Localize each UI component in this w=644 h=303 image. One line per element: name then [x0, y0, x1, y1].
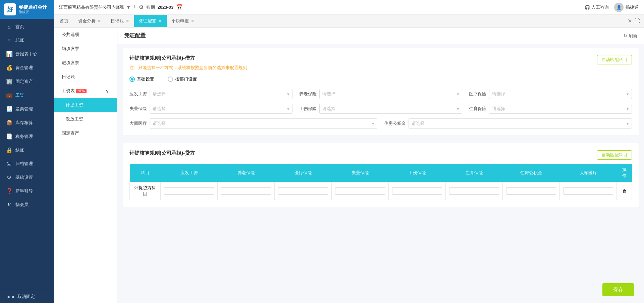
tab-home[interactable]: 首页	[55, 15, 73, 27]
calendar-icon[interactable]: 📅	[176, 4, 183, 10]
input-daemei[interactable]	[563, 187, 613, 195]
company-name[interactable]: 江西服宝精品有限责任公司内账张	[59, 4, 124, 10]
shengyu-label: 生育保险	[469, 106, 486, 112]
invoice-icon: 🧾	[6, 106, 12, 112]
guide-icon: ❓	[6, 188, 12, 194]
sidebar-footer-unpin[interactable]: ◄◄ 取消固定	[0, 290, 54, 303]
credit-section-title: 计提核算规则(公司承担)-贷方	[129, 150, 195, 156]
sidebar-item-closing[interactable]: 🔒 结账	[0, 143, 54, 157]
cell-daemei	[560, 182, 617, 200]
delete-icon[interactable]: 🗑	[622, 189, 627, 194]
logo-title: 畅捷通好会计	[19, 4, 47, 10]
sidebar-item-member[interactable]: V 畅会员	[0, 198, 54, 211]
col-daemei: 大额医疗	[560, 164, 617, 182]
yiliao-select[interactable]: 请选择 ▾	[489, 89, 632, 99]
logo-text-group: 畅捷通好会计 旗舰版	[19, 4, 47, 15]
tab-home-label: 首页	[60, 18, 68, 24]
gear-icon[interactable]: ⚙	[139, 4, 144, 10]
tab-tax-label: 个税申报	[171, 18, 189, 24]
col-shiye: 失业保险	[332, 164, 389, 182]
radio-group: 基础设置 按部门设置	[129, 76, 632, 82]
shiye-select[interactable]: 请选择 ▾	[150, 104, 292, 114]
menu-purchase[interactable]: 进项发票	[54, 56, 117, 70]
sidebar-item-tax[interactable]: 📑 税务管理	[0, 130, 54, 143]
cell-action: 🗑	[617, 182, 632, 200]
daemei-placeholder: 请选择	[153, 120, 166, 127]
company-dropdown-icon[interactable]: ▾	[127, 4, 130, 10]
tab-tax[interactable]: 个税申报 ✕	[167, 15, 199, 27]
radio-dept-label: 按部门设置	[175, 76, 197, 82]
tab-funds-close[interactable]: ✕	[98, 19, 101, 23]
gongshang-select[interactable]: 请选择 ▾	[319, 104, 462, 114]
menu-fixed-assets[interactable]: 固定资产	[54, 126, 117, 140]
cell-gongshang	[389, 182, 446, 200]
sidebar-item-ledger[interactable]: ≡ 总账	[0, 34, 54, 47]
debit-section: 自动匹配科目 计提核算规则(公司承担)-借方 注：只能选择一种方式，系统将按照您…	[123, 48, 639, 135]
sidebar-item-invoice[interactable]: 🧾 发票管理	[0, 102, 54, 116]
menu-public[interactable]: 公共选项	[54, 28, 117, 42]
username-label: 畅捷通	[626, 4, 639, 10]
debit-auto-match-button[interactable]: 自动匹配科目	[597, 55, 632, 64]
sidebar-item-guide[interactable]: ❓ 新手引导	[0, 184, 54, 198]
topbar: 江西服宝精品有限责任公司内账张 ▾ + ⚙ 账期 2023-03 📅 🎧 人工咨…	[54, 0, 644, 15]
shengyu-select[interactable]: 请选择 ▾	[489, 104, 632, 114]
input-yingfa[interactable]	[164, 187, 214, 195]
sidebar-item-settings[interactable]: ⚙ 基础设置	[0, 170, 54, 184]
menu-provision[interactable]: 计提工资	[54, 98, 117, 112]
save-button[interactable]: 保存	[602, 283, 634, 296]
menu-pay[interactable]: 发放工资	[54, 112, 117, 126]
radio-basic-dot	[129, 77, 135, 82]
sidebar-item-funds[interactable]: 💰 资金管理	[0, 61, 54, 74]
inventory-icon: 📦	[6, 119, 12, 126]
form-item-zhufang: 住房公积金 请选择 ▾	[384, 118, 632, 129]
user-info[interactable]: 👤 畅捷通	[614, 3, 639, 12]
row-label: 计提贷方科目	[130, 182, 161, 200]
yingfa-placeholder: 请选择	[153, 91, 166, 97]
tab-funds[interactable]: 资金分析 ✕	[73, 15, 106, 27]
sidebar-item-inventory[interactable]: 📦 库存核算	[0, 116, 54, 130]
menu-sales[interactable]: 销项发票	[54, 42, 117, 56]
assets-icon: 🏢	[6, 78, 12, 85]
radio-dept[interactable]: 按部门设置	[168, 76, 197, 82]
tab-voucher-close[interactable]: ✕	[158, 19, 162, 23]
cell-shiye	[332, 182, 389, 200]
input-yiliao[interactable]	[278, 187, 328, 195]
tab-voucher[interactable]: 凭证配置 ✕	[134, 15, 167, 27]
arrow-left-icon: ◄◄	[6, 294, 15, 299]
input-shengyu[interactable]	[449, 187, 499, 195]
zhufang-select[interactable]: 请选择 ▾	[409, 118, 632, 129]
radio-basic[interactable]: 基础设置	[129, 76, 154, 82]
service-button[interactable]: 🎧 人工咨询	[585, 4, 609, 10]
topbar-left: 江西服宝精品有限责任公司内账张 ▾ + ⚙ 账期 2023-03 📅	[59, 4, 183, 11]
reports-icon: 📊	[6, 51, 12, 57]
sidebar-item-salary[interactable]: 💼 工资	[0, 88, 54, 102]
yiliao-placeholder: 请选择	[492, 91, 505, 97]
cell-yiliao	[275, 182, 332, 200]
yanglao-select[interactable]: 请选择 ▾	[319, 89, 462, 99]
daemei-select[interactable]: 请选择 ▾	[150, 118, 377, 129]
radio-dept-dot	[168, 77, 173, 82]
expand-icon[interactable]: ⛶	[635, 18, 640, 24]
close-all-icon[interactable]: ✕	[628, 18, 632, 24]
sidebar-item-assets[interactable]: 🏢 固定资产	[0, 74, 54, 88]
logo-icon: 好	[4, 3, 16, 15]
sidebar-item-archive[interactable]: 🗂 归档管理	[0, 157, 54, 170]
menu-journal[interactable]: 日记账	[54, 70, 117, 84]
input-yanglao[interactable]	[221, 187, 271, 195]
credit-auto-match-button[interactable]: 自动匹配科目	[597, 150, 632, 160]
tabs-right-actions: ✕ ⛶	[628, 18, 643, 24]
yanglao-label: 养老保险	[299, 91, 317, 97]
yingfa-select[interactable]: 请选择 ▾	[150, 89, 292, 99]
sidebar-item-label: 总账	[15, 37, 24, 43]
add-icon[interactable]: +	[132, 4, 136, 11]
input-zhufang[interactable]	[506, 187, 556, 195]
tab-tax-close[interactable]: ✕	[191, 19, 194, 23]
sidebar-item-home[interactable]: ⌂ 首页	[0, 20, 54, 34]
menu-salary-table[interactable]: 工资表NEW ∨	[54, 84, 117, 98]
tab-journal[interactable]: 日记账 ✕	[106, 15, 134, 27]
input-shiye[interactable]	[335, 187, 385, 195]
input-gongshang[interactable]	[392, 187, 442, 195]
sidebar-item-reports[interactable]: 📊 云报表中心	[0, 47, 54, 61]
tab-journal-close[interactable]: ✕	[126, 19, 129, 23]
refresh-button[interactable]: ↻ 刷新	[624, 33, 637, 39]
